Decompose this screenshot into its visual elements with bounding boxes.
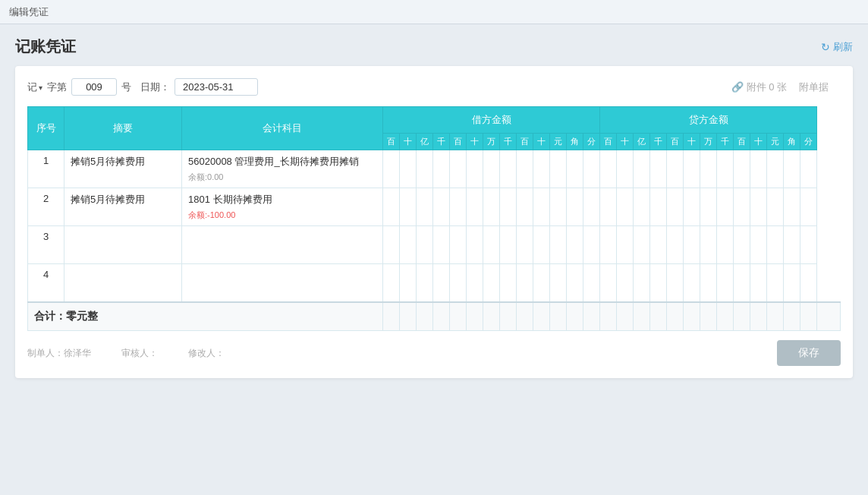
credit-digit-cell[interactable]	[700, 226, 717, 264]
credit-digit-cell[interactable]	[634, 264, 650, 302]
debit-digit-cell[interactable]	[500, 226, 517, 264]
credit-digit-cell[interactable]	[684, 264, 700, 302]
debit-digit-cell[interactable]	[417, 264, 433, 302]
credit-digit-cell[interactable]	[650, 264, 667, 302]
credit-digit-cell[interactable]	[684, 226, 700, 264]
debit-digit-cell[interactable]	[433, 226, 450, 264]
debit-digit-cell[interactable]	[383, 188, 400, 226]
account-cell[interactable]	[182, 264, 383, 302]
debit-digit-cell[interactable]	[467, 188, 483, 226]
credit-digit-cell[interactable]	[750, 226, 767, 264]
debit-digit-cell[interactable]	[417, 226, 433, 264]
debit-digit-cell[interactable]	[550, 226, 567, 264]
credit-digit-cell[interactable]	[767, 264, 784, 302]
account-cell[interactable]: 56020008 管理费用_长期待摊费用摊销余额:0.00	[182, 150, 383, 188]
credit-digit-cell[interactable]	[750, 264, 767, 302]
refresh-button[interactable]: ↻ 刷新	[821, 40, 853, 54]
credit-digit-cell[interactable]	[617, 150, 634, 188]
debit-digit-cell[interactable]	[383, 264, 400, 302]
credit-digit-cell[interactable]	[784, 264, 800, 302]
debit-digit-cell[interactable]	[383, 150, 400, 188]
credit-digit-cell[interactable]	[800, 226, 817, 264]
credit-digit-cell[interactable]	[717, 150, 734, 188]
credit-digit-cell[interactable]	[734, 226, 750, 264]
debit-digit-cell[interactable]	[467, 150, 483, 188]
credit-digit-cell[interactable]	[600, 150, 617, 188]
debit-digit-cell[interactable]	[583, 188, 600, 226]
credit-digit-cell[interactable]	[750, 188, 767, 226]
debit-digit-cell[interactable]	[483, 150, 500, 188]
credit-digit-cell[interactable]	[700, 188, 717, 226]
credit-digit-cell[interactable]	[784, 226, 800, 264]
credit-digit-cell[interactable]	[767, 150, 784, 188]
credit-digit-cell[interactable]	[800, 150, 817, 188]
credit-digit-cell[interactable]	[717, 226, 734, 264]
debit-digit-cell[interactable]	[533, 188, 550, 226]
credit-digit-cell[interactable]	[634, 188, 650, 226]
debit-digit-cell[interactable]	[400, 150, 417, 188]
credit-digit-cell[interactable]	[800, 264, 817, 302]
debit-digit-cell[interactable]	[550, 150, 567, 188]
account-cell[interactable]	[182, 226, 383, 264]
credit-digit-cell[interactable]	[617, 188, 634, 226]
credit-digit-cell[interactable]	[800, 188, 817, 226]
credit-digit-cell[interactable]	[634, 150, 650, 188]
debit-digit-cell[interactable]	[433, 264, 450, 302]
debit-digit-cell[interactable]	[567, 226, 583, 264]
debit-digit-cell[interactable]	[483, 188, 500, 226]
credit-digit-cell[interactable]	[600, 226, 617, 264]
debit-digit-cell[interactable]	[400, 226, 417, 264]
credit-digit-cell[interactable]	[767, 188, 784, 226]
credit-digit-cell[interactable]	[617, 264, 634, 302]
debit-digit-cell[interactable]	[583, 226, 600, 264]
debit-digit-cell[interactable]	[433, 150, 450, 188]
credit-digit-cell[interactable]	[667, 226, 684, 264]
debit-digit-cell[interactable]	[533, 264, 550, 302]
credit-digit-cell[interactable]	[617, 226, 634, 264]
debit-digit-cell[interactable]	[567, 264, 583, 302]
credit-digit-cell[interactable]	[700, 264, 717, 302]
debit-digit-cell[interactable]	[517, 188, 533, 226]
debit-digit-cell[interactable]	[583, 150, 600, 188]
credit-digit-cell[interactable]	[600, 188, 617, 226]
debit-digit-cell[interactable]	[533, 226, 550, 264]
credit-digit-cell[interactable]	[750, 150, 767, 188]
credit-digit-cell[interactable]	[734, 188, 750, 226]
credit-digit-cell[interactable]	[784, 188, 800, 226]
debit-digit-cell[interactable]	[517, 264, 533, 302]
table-row[interactable]: 2摊销5月待摊费用1801 长期待摊费用余额:-100.00	[28, 188, 841, 226]
debit-digit-cell[interactable]	[517, 226, 533, 264]
summary-cell[interactable]: 摊销5月待摊费用	[64, 188, 182, 226]
credit-digit-cell[interactable]	[684, 150, 700, 188]
voucher-number-input[interactable]	[71, 78, 117, 96]
credit-digit-cell[interactable]	[767, 226, 784, 264]
table-row[interactable]: 3	[28, 226, 841, 264]
voucher-type-dropdown[interactable]: 记	[27, 80, 42, 94]
summary-cell[interactable]: 摊销5月待摊费用	[64, 150, 182, 188]
summary-cell[interactable]	[64, 226, 182, 264]
credit-digit-cell[interactable]	[734, 264, 750, 302]
debit-digit-cell[interactable]	[383, 226, 400, 264]
debit-digit-cell[interactable]	[450, 188, 467, 226]
debit-digit-cell[interactable]	[567, 150, 583, 188]
debit-digit-cell[interactable]	[400, 188, 417, 226]
summary-cell[interactable]	[64, 264, 182, 302]
credit-digit-cell[interactable]	[667, 264, 684, 302]
debit-digit-cell[interactable]	[433, 188, 450, 226]
account-cell[interactable]: 1801 长期待摊费用余额:-100.00	[182, 188, 383, 226]
credit-digit-cell[interactable]	[684, 188, 700, 226]
debit-digit-cell[interactable]	[517, 150, 533, 188]
debit-digit-cell[interactable]	[467, 264, 483, 302]
credit-digit-cell[interactable]	[734, 150, 750, 188]
credit-digit-cell[interactable]	[700, 150, 717, 188]
attachment-link[interactable]: 🔗 附件 0 张	[731, 80, 787, 94]
debit-digit-cell[interactable]	[500, 264, 517, 302]
credit-digit-cell[interactable]	[717, 188, 734, 226]
debit-digit-cell[interactable]	[417, 150, 433, 188]
credit-digit-cell[interactable]	[650, 188, 667, 226]
debit-digit-cell[interactable]	[450, 226, 467, 264]
credit-digit-cell[interactable]	[650, 150, 667, 188]
table-row[interactable]: 1摊销5月待摊费用56020008 管理费用_长期待摊费用摊销余额:0.00	[28, 150, 841, 188]
debit-digit-cell[interactable]	[550, 264, 567, 302]
debit-digit-cell[interactable]	[400, 264, 417, 302]
